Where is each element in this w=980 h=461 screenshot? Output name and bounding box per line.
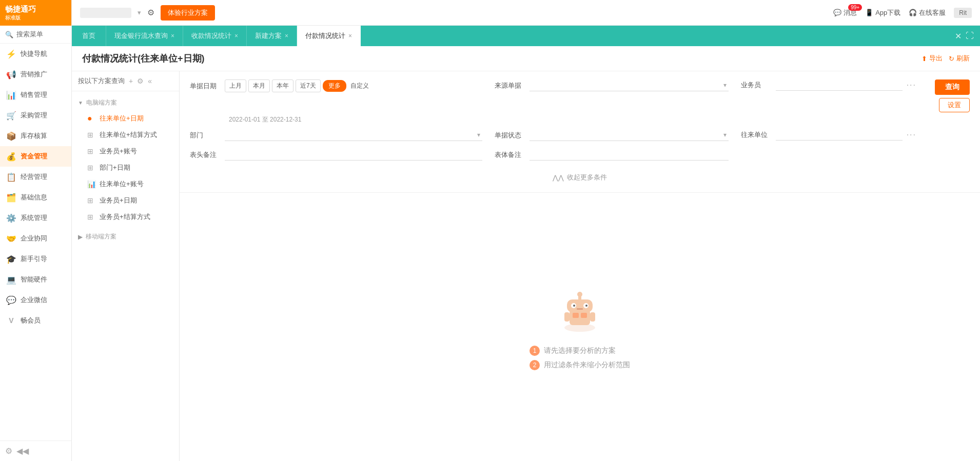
body-note-input[interactable] <box>530 149 729 161</box>
scheme-item-dept-date[interactable]: ⊞ 部门+日期 <box>72 159 179 176</box>
header-note-input[interactable] <box>225 149 482 161</box>
sidebar-item-operations[interactable]: 📋 经营管理 <box>0 167 71 187</box>
settings-btn[interactable]: 设置 <box>939 98 970 112</box>
tab-new-scheme-close[interactable]: × <box>285 32 288 39</box>
tab-home[interactable]: 首页 <box>72 26 106 46</box>
sidebar-item-marketing[interactable]: 📢 营销推广 <box>0 64 71 85</box>
scheme-item-icon-4: 📊 <box>87 180 95 188</box>
date-btn-last-7-days[interactable]: 近7天 <box>296 79 321 92</box>
dept-chevron: ▾ <box>477 131 480 138</box>
tab-bank-flow[interactable]: 现金银行流水查询 × <box>106 26 183 46</box>
member-icon: V <box>6 315 16 326</box>
date-btn-more[interactable]: 更多 <box>323 80 346 92</box>
scheme-item-salesperson-date[interactable]: ⊞ 业务员+日期 <box>72 192 179 209</box>
sidebar-item-label: 企业协同 <box>21 234 47 243</box>
sidebar-search[interactable]: 🔍 搜索菜单 <box>0 26 71 44</box>
collapse-more-btn[interactable]: ⋀⋀ 收起更多条件 <box>190 169 970 184</box>
scheme-add-icon[interactable]: + <box>129 77 133 85</box>
scheme-item-label: 业务员+结算方式 <box>100 212 150 222</box>
app-download-btn[interactable]: 📱 App下载 <box>865 8 900 17</box>
sidebar-item-enterprise[interactable]: 🤝 企业协同 <box>0 228 71 249</box>
source-chevron: ▾ <box>723 82 727 89</box>
user-display-name[interactable]: Rit <box>954 8 972 18</box>
sidebar-logo: 畅捷通巧 标准版 <box>0 0 71 26</box>
top-header: ▾ ⚙ 体验行业方案 💬 消息 99+ 📱 App下载 🎧 在线客服 Rit <box>72 0 980 26</box>
svg-rect-13 <box>590 312 595 322</box>
sidebar-item-member[interactable]: V 畅会员 <box>0 310 71 331</box>
refresh-btn[interactable]: ↻ 刷新 <box>949 54 970 63</box>
robot-svg <box>554 284 605 335</box>
svg-rect-4 <box>567 299 593 312</box>
partner-dots-btn[interactable]: ··· <box>907 130 916 139</box>
scheme-settings-icon[interactable]: ⚙ <box>137 77 144 85</box>
tab-new-scheme[interactable]: 新建方案 × <box>247 26 297 46</box>
date-filter-control: 上月 本月 本年 近7天 更多 自定义 <box>225 79 482 92</box>
sidebar-item-smart-hw[interactable]: 💻 智能硬件 <box>0 269 71 290</box>
scheme-item-partner-account[interactable]: 📊 往来单位+账号 <box>72 176 179 192</box>
scheme-collapse-icon[interactable]: « <box>148 77 152 85</box>
header-user-info <box>80 8 131 18</box>
partner-input[interactable] <box>776 129 903 141</box>
svg-rect-12 <box>564 312 570 322</box>
marketing-icon: 📢 <box>6 69 16 79</box>
sidebar-nav: ⚡ 快捷导航 📢 营销推广 📊 销售管理 🛒 采购管理 📦 库存核算 💰 资金管… <box>0 44 71 331</box>
scheme-pc-group-title[interactable]: ▼ 电脑端方案 <box>72 95 179 110</box>
salesperson-dots-btn[interactable]: ··· <box>907 81 916 90</box>
status-select[interactable]: ▾ <box>530 129 729 141</box>
tab-receipt-stats[interactable]: 收款情况统计 × <box>183 26 247 46</box>
collapse-sidebar-icon[interactable]: ◀◀ <box>16 446 29 456</box>
scheme-item-label: 业务员+账号 <box>100 147 137 156</box>
sidebar-item-label: 基础信息 <box>21 193 47 202</box>
online-service-btn[interactable]: 🎧 在线客服 <box>909 8 946 17</box>
tab-payment-stats-close[interactable]: × <box>348 32 352 39</box>
scheme-panel: 按以下方案查询 + ⚙ « ▼ 电脑端方案 ● 往来单位+日期 ⊞ 往来单位+结… <box>72 71 180 461</box>
header-dropdown-icon[interactable]: ▾ <box>138 9 141 16</box>
sidebar-item-weixin[interactable]: 💬 企业微信 <box>0 290 71 310</box>
tab-bank-flow-close[interactable]: × <box>171 32 174 39</box>
tab-payment-stats[interactable]: 付款情况统计 × <box>297 26 361 46</box>
tab-close-all-btn[interactable]: ✕ <box>955 31 962 41</box>
search-label: 搜索菜单 <box>16 30 43 39</box>
salesperson-input[interactable] <box>776 79 903 91</box>
date-btn-last-month[interactable]: 上月 <box>225 79 246 92</box>
date-custom-label: 自定义 <box>350 82 369 90</box>
gear-icon[interactable]: ⚙ <box>5 446 12 456</box>
sidebar-item-sys-mgmt[interactable]: ⚙️ 系统管理 <box>0 208 71 228</box>
query-btn[interactable]: 查询 <box>935 79 970 95</box>
trial-btn[interactable]: 体验行业方案 <box>161 5 215 21</box>
sidebar-item-quick-nav[interactable]: ⚡ 快捷导航 <box>0 44 71 64</box>
sidebar-footer: ⚙ ◀◀ <box>0 440 71 461</box>
sidebar-item-label: 经营管理 <box>21 172 47 182</box>
scheme-item-label: 部门+日期 <box>100 163 130 172</box>
sidebar-item-sales[interactable]: 📊 销售管理 <box>0 85 71 105</box>
source-select[interactable]: ▾ <box>530 79 729 91</box>
scheme-item-partner-date[interactable]: ● 往来单位+日期 <box>72 110 179 127</box>
scheme-item-salesperson-settle[interactable]: ⊞ 业务员+结算方式 <box>72 209 179 225</box>
scheme-mobile-group[interactable]: ▶ 移动端方案 <box>72 229 179 244</box>
hint-text-1: 请先选择要分析的方案 <box>544 346 616 355</box>
date-btn-this-year[interactable]: 本年 <box>272 79 293 92</box>
notifications-btn[interactable]: 💬 消息 99+ <box>833 8 857 17</box>
scheme-item-partner-settle[interactable]: ⊞ 往来单位+结算方式 <box>72 127 179 143</box>
date-btn-this-month[interactable]: 本月 <box>248 79 270 92</box>
sidebar-item-inventory[interactable]: 📦 库存核算 <box>0 126 71 146</box>
page-header: 付款情况统计(往来单位+日期) ⬆ 导出 ↻ 刷新 <box>72 46 980 71</box>
scheme-item-label: 往来单位+结算方式 <box>100 130 157 139</box>
sidebar-item-finance[interactable]: 💰 资金管理 <box>0 146 71 167</box>
scheme-item-salesperson-account[interactable]: ⊞ 业务员+账号 <box>72 143 179 159</box>
inventory-icon: 📦 <box>6 131 16 141</box>
export-btn[interactable]: ⬆ 导出 <box>922 54 943 63</box>
logo-badge: 标准版 <box>5 14 36 22</box>
scheme-item-icon-2: ⊞ <box>87 147 95 155</box>
purchase-icon: 🛒 <box>6 110 16 121</box>
tab-expand-btn[interactable]: ⛶ <box>966 31 974 41</box>
collapse-label: 收起更多条件 <box>567 173 607 182</box>
base-info-icon: 🗂️ <box>6 192 16 203</box>
header-gear-icon[interactable]: ⚙ <box>147 8 154 17</box>
empty-hint-1: 1 请先选择要分析的方案 <box>530 346 630 356</box>
sidebar-item-purchase[interactable]: 🛒 采购管理 <box>0 105 71 126</box>
sidebar-item-beginner[interactable]: 🎓 新手引导 <box>0 249 71 269</box>
sidebar-item-base-info[interactable]: 🗂️ 基础信息 <box>0 187 71 208</box>
tab-receipt-close[interactable]: × <box>234 32 238 39</box>
dept-select[interactable]: ▾ <box>225 129 482 141</box>
